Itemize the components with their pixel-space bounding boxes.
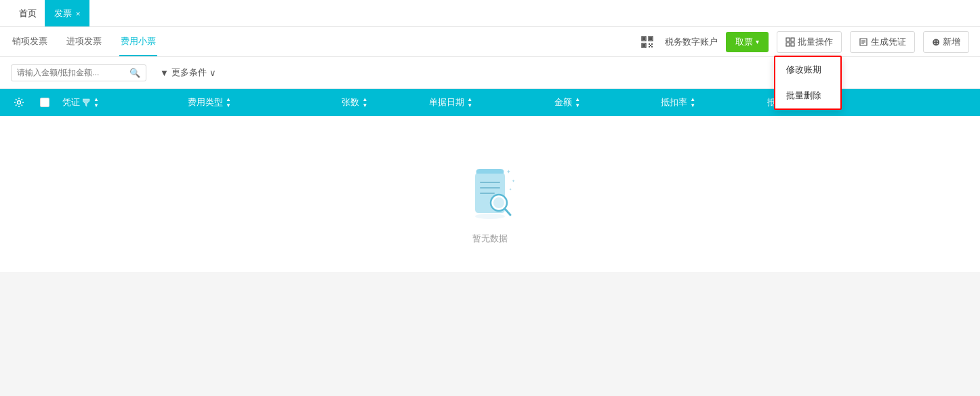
batch-operation-container: 批量操作 修改账期 批量删除 <box>777 31 842 53</box>
svg-point-22 <box>493 197 504 208</box>
nav-tab-invoice[interactable]: 发票 × <box>45 0 89 26</box>
select-all-checkbox[interactable] <box>40 98 49 107</box>
batch-delete-item[interactable]: 批量删除 <box>775 83 840 108</box>
batch-icon <box>785 37 795 47</box>
svg-line-23 <box>505 209 510 215</box>
qr-code-icon <box>640 35 654 49</box>
svg-text:✦: ✦ <box>509 187 512 191</box>
content-area: 凭证 ▲▼ 费用类型 ▲▼ 张数 ▲▼ 单据日期 ▲▼ 金额 ▲▼ 抵扣率 ▲▼… <box>0 89 980 272</box>
empty-state-illustration: ✦ ✦ ✦ <box>456 157 524 224</box>
qupiao-label: 取票 <box>735 36 753 48</box>
search-input[interactable] <box>17 68 129 77</box>
svg-text:✦: ✦ <box>512 179 515 183</box>
generate-voucher-button[interactable]: 生成凭证 <box>850 31 915 53</box>
svg-rect-10 <box>650 45 651 46</box>
filter-icon: ▼ <box>160 68 169 78</box>
batch-dropdown-menu: 修改账期 批量删除 <box>774 56 842 110</box>
empty-state-text: 暂无数据 <box>472 233 508 245</box>
search-input-wrap: 🔍 <box>11 64 146 81</box>
generate-voucher-label: 生成凭证 <box>871 36 906 48</box>
svg-text:✦: ✦ <box>506 169 511 175</box>
qupiao-button[interactable]: 取票 ▾ <box>726 32 769 52</box>
sub-nav-right: 税务数字账户 取票 ▾ 批量操作 修改账期 批量删除 <box>638 31 969 53</box>
tab-sales-invoice[interactable]: 销项发票 <box>11 27 49 56</box>
top-nav: 首页 发票 × <box>0 0 980 27</box>
th-gear[interactable] <box>5 97 33 108</box>
th-date: 单据日期 ▲▼ <box>424 96 549 108</box>
add-label: 新增 <box>943 36 960 48</box>
svg-rect-7 <box>651 43 653 45</box>
th-count: 张数 ▲▼ <box>336 96 424 108</box>
more-conditions-label: 更多条件 <box>171 66 207 79</box>
svg-rect-12 <box>791 38 794 41</box>
svg-point-17 <box>475 214 505 219</box>
add-icon: ⊕ <box>932 37 940 47</box>
svg-point-15 <box>18 101 21 104</box>
date-sort[interactable]: ▲▼ <box>467 97 472 108</box>
svg-rect-14 <box>791 43 794 46</box>
th-checkbox[interactable] <box>33 98 57 107</box>
svg-rect-13 <box>786 43 790 46</box>
tab-input-invoice[interactable]: 进项发票 <box>65 27 103 56</box>
tab-expense-ticket[interactable]: 费用小票 <box>119 27 157 56</box>
svg-rect-9 <box>651 46 653 47</box>
expense-type-sort[interactable]: ▲▼ <box>226 97 231 108</box>
count-sort[interactable]: ▲▼ <box>362 97 367 108</box>
gear-icon <box>14 97 24 108</box>
nav-home[interactable]: 首页 <box>11 0 45 26</box>
nav-tab-close-icon[interactable]: × <box>76 9 80 18</box>
modify-period-item[interactable]: 修改账期 <box>775 57 840 83</box>
batch-operation-label: 批量操作 <box>798 36 833 48</box>
th-voucher: 凭证 ▲▼ <box>57 96 182 108</box>
th-deduct-rate: 抵扣率 ▲▼ <box>655 96 762 108</box>
svg-rect-6 <box>649 43 650 45</box>
svg-marker-16 <box>83 99 89 106</box>
add-button[interactable]: ⊕ 新增 <box>923 31 969 53</box>
search-icon[interactable]: 🔍 <box>129 68 140 78</box>
batch-operation-button[interactable]: 批量操作 <box>777 31 842 53</box>
sub-nav: 销项发票 进项发票 费用小票 税务数字账户 取票 ▾ <box>0 27 980 57</box>
svg-rect-5 <box>642 44 645 47</box>
svg-rect-8 <box>649 46 650 47</box>
svg-rect-1 <box>642 37 645 40</box>
sub-nav-left: 销项发票 进项发票 费用小票 <box>11 27 157 56</box>
th-expense-type: 费用类型 ▲▼ <box>182 96 336 108</box>
amount-sort[interactable]: ▲▼ <box>575 97 580 108</box>
more-conditions-button[interactable]: ▼ 更多条件 ∨ <box>155 64 222 81</box>
voucher-sort[interactable]: ▲▼ <box>94 97 99 108</box>
qr-code-button[interactable] <box>638 33 657 52</box>
svg-rect-3 <box>649 37 652 40</box>
svg-rect-11 <box>786 38 790 41</box>
deduct-rate-sort[interactable]: ▲▼ <box>690 97 695 108</box>
qupiao-arrow-icon: ▾ <box>756 38 759 45</box>
th-amount: 金额 ▲▼ <box>549 96 655 108</box>
tax-account-button[interactable]: 税务数字账户 <box>665 36 718 48</box>
voucher-filter-icon[interactable] <box>83 98 91 107</box>
generate-icon <box>859 37 868 47</box>
more-conditions-arrow: ∨ <box>209 68 216 78</box>
empty-state: ✦ ✦ ✦ 暂无数据 <box>0 116 980 272</box>
nav-tab-label: 发票 <box>54 7 72 20</box>
